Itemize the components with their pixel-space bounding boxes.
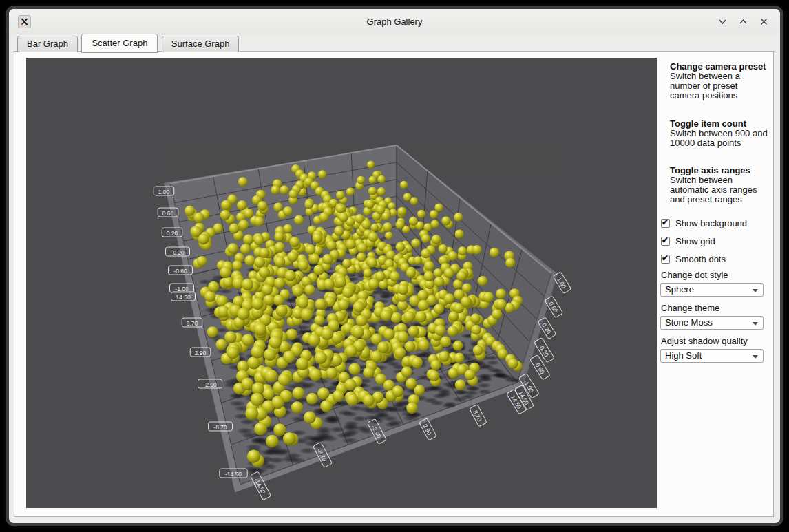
tab-page: 1.000.600.20-0.20-0.60-1.0014.508.702.90… [14,51,774,517]
svg-text:-1.00: -1.00 [175,286,189,292]
axis-label-pill: -1.00 [170,284,194,292]
checkmark-icon: ✔ [662,217,669,227]
checkbox-box[interactable]: ✔ [661,237,670,246]
svg-text:0.20: 0.20 [167,230,178,237]
scatter-3d-view[interactable]: 1.000.600.20-0.20-0.60-1.0014.508.702.90… [26,58,657,508]
toggle-item-count-button[interactable]: Toggle item count Switch between 900 and… [670,119,768,148]
svg-text:0.60: 0.60 [162,210,174,217]
close-icon [759,17,768,26]
theme-select[interactable]: Stone Moss [660,316,764,330]
axis-label-pill: 0.60 [158,208,178,217]
dropdown-arrow-icon [753,355,758,359]
axis-label-pill: -8.70 [209,422,233,431]
dropdown-arrow-icon [753,289,758,292]
checkmark-icon: ✔ [662,235,669,245]
svg-text:-0.60: -0.60 [173,268,187,275]
smooth-dots-checkbox[interactable]: ✔ Smooth dots [661,254,726,264]
window-frame: Graph Gallery [6,6,783,526]
axis-label-pill: -0.20 [166,247,190,256]
svg-text:-14.50: -14.50 [225,471,242,478]
toggle-axis-ranges-button[interactable]: Toggle axis ranges Switch between automa… [670,166,768,204]
checkbox-box[interactable]: ✔ [661,255,670,264]
chevron-up-icon [739,17,748,26]
app-window: Graph Gallery [9,9,780,523]
shadow-quality-select[interactable]: High Soft [660,349,764,363]
change-dot-style-label: Change dot style [661,270,728,280]
tab-surface-graph[interactable]: Surface Graph [162,36,240,52]
svg-text:2.90: 2.90 [195,350,207,357]
svg-text:-8.70: -8.70 [213,424,227,431]
svg-text:1.00: 1.00 [158,189,170,195]
axis-label-pill: 8.70 [182,318,202,327]
minimize-button[interactable] [717,17,728,27]
title-bar[interactable]: Graph Gallery [9,9,780,34]
dropdown-arrow-icon [753,322,758,326]
tab-scatter-graph[interactable]: Scatter Graph [81,34,158,53]
chevron-down-icon [718,17,727,26]
change-camera-preset-button[interactable]: Change camera preset Switch between a nu… [670,62,768,100]
tab-bar-graph[interactable]: Bar Graph [17,36,78,52]
checkbox-box[interactable]: ✔ [661,219,670,228]
svg-text:14.50: 14.50 [176,294,191,301]
axis-label-pill: 2.90 [190,348,211,357]
show-grid-checkbox[interactable]: ✔ Show grid [661,236,715,246]
svg-text:8.70: 8.70 [187,320,198,327]
axis-label-pill: 14.50 [171,292,196,301]
show-background-checkbox[interactable]: ✔ Show background [661,218,747,228]
svg-text:-0.20: -0.20 [171,249,185,256]
change-theme-label: Change theme [661,303,719,313]
tab-bar: Bar Graph Scatter Graph Surface Graph [17,33,240,52]
axis-label-pill: -14.50 [220,469,247,478]
dot-style-select[interactable]: Sphere [660,283,764,297]
checkmark-icon: ✔ [662,253,669,263]
window-title: Graph Gallery [9,17,780,27]
control-panel: Change camera preset Switch between a nu… [657,58,772,508]
axis-label-pill: -2.90 [198,379,222,388]
close-button[interactable] [759,17,769,27]
axis-label-pill: 0.20 [162,228,182,237]
svg-text:-2.90: -2.90 [203,381,217,388]
axis-label-pill: 1.00 [154,187,174,195]
adjust-shadow-quality-label: Adjust shadow quality [661,336,748,346]
axis-label-pill: -0.60 [169,266,193,275]
maximize-button[interactable] [738,17,748,27]
